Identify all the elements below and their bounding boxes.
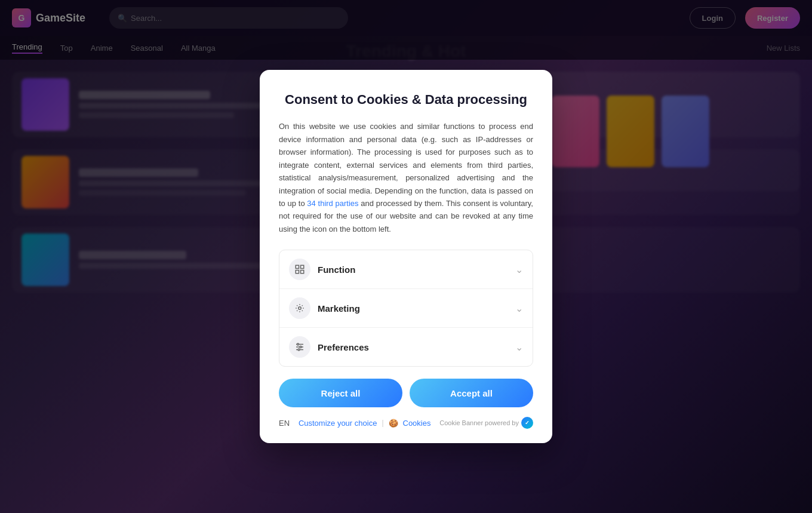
powered-by: Cookie Banner powered by ✓	[439, 417, 533, 429]
svg-line-11	[297, 311, 297, 311]
footer-center: Customize your choice | 🍪 Cookies	[299, 419, 431, 428]
svg-point-16	[297, 343, 299, 345]
cookies-icon: 🍪	[389, 419, 398, 428]
preferences-chevron: ⌄	[515, 342, 523, 353]
reject-all-button[interactable]: Reject all	[279, 379, 402, 407]
accept-all-button[interactable]: Accept all	[410, 379, 533, 407]
consent-items-list: Function ⌄	[279, 250, 533, 367]
svg-rect-2	[296, 271, 299, 274]
consent-item-marketing-left: Marketing	[289, 297, 360, 319]
svg-point-4	[299, 307, 302, 310]
modal-body: On this website we use cookies and simil…	[279, 120, 533, 235]
modal-actions: Reject all Accept all	[279, 379, 533, 407]
svg-line-9	[297, 305, 297, 306]
consent-item-function-left: Function	[289, 259, 355, 280]
svg-point-18	[298, 349, 300, 351]
cookies-link[interactable]: Cookies	[403, 419, 431, 428]
modal-footer: EN Customize your choice | 🍪 Cookies Coo…	[279, 417, 533, 429]
cookie-banner-logo: ✓	[521, 417, 533, 429]
consent-item-marketing[interactable]: Marketing ⌄	[279, 289, 533, 328]
svg-rect-0	[296, 266, 299, 269]
modal-body-text: On this website we use cookies and simil…	[279, 122, 533, 208]
svg-point-17	[300, 346, 302, 348]
third-parties-link[interactable]: 34 third parties	[307, 199, 358, 208]
marketing-chevron: ⌄	[515, 303, 523, 314]
preferences-label: Preferences	[318, 342, 369, 352]
customize-choice-link[interactable]: Customize your choice	[299, 419, 377, 428]
svg-rect-3	[301, 271, 304, 274]
marketing-label: Marketing	[318, 303, 360, 314]
preferences-icon	[289, 336, 310, 358]
cookie-consent-modal: Consent to Cookies & Data processing On …	[260, 70, 552, 444]
powered-by-text: Cookie Banner powered by	[439, 419, 519, 426]
function-label: Function	[318, 265, 355, 275]
svg-line-12	[302, 305, 303, 306]
svg-line-10	[302, 311, 303, 311]
consent-item-preferences[interactable]: Preferences ⌄	[279, 328, 533, 366]
language-selector[interactable]: EN	[279, 419, 290, 428]
function-chevron: ⌄	[515, 264, 523, 275]
modal-overlay[interactable]: Consent to Cookies & Data processing On …	[0, 0, 812, 513]
consent-item-preferences-left: Preferences	[289, 336, 369, 358]
function-icon	[289, 259, 310, 280]
consent-item-function[interactable]: Function ⌄	[279, 250, 533, 289]
svg-rect-1	[301, 266, 304, 269]
modal-title: Consent to Cookies & Data processing	[279, 91, 533, 109]
marketing-icon	[289, 297, 310, 319]
footer-separator: |	[382, 419, 383, 427]
